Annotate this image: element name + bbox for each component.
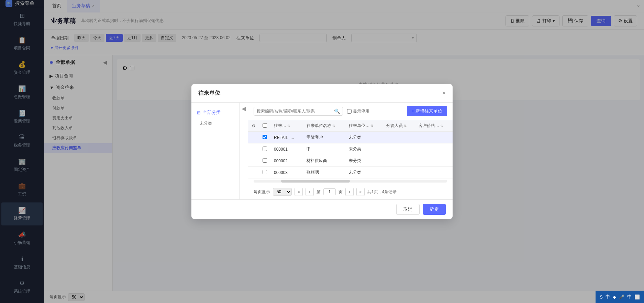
status-icon-zh: 中 [606, 294, 610, 300]
status-icon-s: S [600, 294, 603, 300]
td-name-3: 材料供应商 [303, 155, 345, 167]
dialog-search-input[interactable] [257, 109, 334, 114]
td-settings-3 [248, 155, 259, 167]
dialog-hscrollbar[interactable] [254, 180, 447, 183]
td-name-1: 零散客户 [303, 132, 345, 143]
td-name-4: 张嘶嗯 [303, 167, 345, 178]
td-settings-4 [248, 167, 259, 178]
td-category-4: 未分类 [345, 167, 383, 178]
dialog-overlay[interactable]: 往来单位 × ⊞ 全部分类 未分类 ◀ [0, 0, 644, 303]
td-settings-2 [248, 143, 259, 155]
dialog-title: 往来单位 [198, 90, 220, 97]
th-price-level[interactable]: 客户价格… [415, 120, 453, 132]
dialog-header: 往来单位 × [191, 84, 453, 103]
dialog-all-categories-label: 全部分类 [203, 109, 221, 116]
table-body: RETAIL_… 零散客户 未分类 000001 甲 [248, 132, 453, 178]
td-check-3[interactable] [259, 155, 270, 167]
td-category-1: 未分类 [345, 132, 383, 143]
td-code-2: 000001 [270, 143, 303, 155]
dialog-body: ⊞ 全部分类 未分类 ◀ 🔍 显示停用 [191, 103, 453, 199]
dialog-table: ⚙ 往来… 往来单位名称 往来单位… 分管人员 客户价格… [248, 120, 453, 178]
td-price-level-4 [415, 167, 453, 178]
pagination-last-button[interactable]: » [356, 188, 365, 196]
dialog-hscroll-thumb[interactable] [281, 180, 350, 183]
dialog-left-uncategorized[interactable]: 未分类 [191, 118, 239, 128]
pagination-first-button[interactable]: « [295, 188, 303, 196]
table-header: ⚙ 往来… 往来单位名称 往来单位… 分管人员 客户价格… [248, 120, 453, 132]
show-disabled-label: 显示停用 [353, 108, 369, 114]
th-select-all-checkbox[interactable] [263, 123, 267, 128]
dialog-toolbar: 🔍 显示停用 + 新增往来单位 [248, 103, 453, 120]
dialog-left-all-categories[interactable]: ⊞ 全部分类 [191, 107, 239, 118]
table-row[interactable]: 000001 甲 未分类 [248, 143, 453, 155]
td-manager-1 [383, 132, 415, 143]
th-manager[interactable]: 分管人员 [383, 120, 415, 132]
counterparty-dialog: 往来单位 × ⊞ 全部分类 未分类 ◀ [191, 84, 453, 219]
pagination-next-button[interactable]: › [345, 188, 354, 196]
td-code-1: RETAIL_… [270, 132, 303, 143]
status-icon-input: 中 [627, 294, 632, 300]
td-check-4[interactable] [259, 167, 270, 178]
row-checkbox-1[interactable] [263, 135, 267, 139]
status-icon-diamond: ◆ [613, 294, 616, 300]
td-settings-1 [248, 132, 259, 143]
dialog-left-collapse-button[interactable]: ◀ [240, 103, 248, 199]
confirm-button[interactable]: 确定 [423, 204, 446, 215]
table-row[interactable]: RETAIL_… 零散客户 未分类 [248, 132, 453, 143]
th-code[interactable]: 往来… [270, 120, 303, 132]
add-counterparty-button[interactable]: + 新增往来单位 [407, 106, 447, 116]
show-disabled-checkbox[interactable] [347, 109, 352, 114]
dialog-search-wrapper[interactable]: 🔍 [254, 107, 343, 116]
pagination-page-size-select[interactable]: 50 20 100 [273, 188, 292, 196]
dialog-close-button[interactable]: × [442, 90, 446, 97]
counterparty-table: ⚙ 往来… 往来单位名称 往来单位… 分管人员 客户价格… [248, 120, 453, 178]
td-manager-4 [383, 167, 415, 178]
dialog-all-categories-icon: ⊞ [197, 110, 201, 115]
th-settings[interactable]: ⚙ [248, 120, 259, 132]
td-price-level-1 [415, 132, 453, 143]
td-manager-3 [383, 155, 415, 167]
td-code-4: 000003 [270, 167, 303, 178]
status-icon-box: ⬜ [634, 294, 640, 300]
dialog-left-panel: ⊞ 全部分类 未分类 [191, 103, 240, 199]
row-checkbox-4[interactable] [263, 170, 267, 174]
th-checkbox[interactable] [259, 120, 270, 132]
pagination-page-label: 第 [317, 189, 321, 195]
row-checkbox-3[interactable] [263, 158, 267, 163]
dialog-right-panel: 🔍 显示停用 + 新增往来单位 ⚙ [248, 103, 453, 199]
pagination-page-input[interactable] [323, 188, 336, 195]
td-check-2[interactable] [259, 143, 270, 155]
td-price-level-2 [415, 143, 453, 155]
status-icon-mic: 🎤 [619, 294, 624, 300]
td-name-2: 甲 [303, 143, 345, 155]
pagination-page-size-label: 每页显示 [254, 189, 270, 195]
dialog-search-icon: 🔍 [334, 108, 340, 114]
dialog-pagination: 每页显示 50 20 100 « ‹ 第 页 › » 共1页，4条记录 [248, 184, 453, 199]
th-category[interactable]: 往来单位… [345, 120, 383, 132]
pagination-prev-button[interactable]: ‹ [306, 188, 314, 196]
td-price-level-3 [415, 155, 453, 167]
table-row[interactable]: 000002 材料供应商 未分类 [248, 155, 453, 167]
dialog-collapse-icon: ◀ [242, 105, 246, 112]
bottom-status-bar: S 中 ◆ 🎤 中 ⬜ [596, 291, 644, 303]
pagination-page-suffix: 页 [338, 189, 343, 195]
th-name[interactable]: 往来单位名称 [303, 120, 345, 132]
pagination-total-info: 共1页，4条记录 [367, 189, 397, 195]
cancel-button[interactable]: 取消 [396, 204, 420, 215]
td-manager-2 [383, 143, 415, 155]
table-row[interactable]: 000003 张嘶嗯 未分类 [248, 167, 453, 178]
dialog-footer: 取消 确定 [191, 199, 453, 219]
td-check-1[interactable] [259, 132, 270, 143]
show-disabled-wrapper[interactable]: 显示停用 [347, 108, 369, 114]
td-category-3: 未分类 [345, 155, 383, 167]
row-checkbox-2[interactable] [263, 147, 267, 151]
td-code-3: 000002 [270, 155, 303, 167]
td-category-2: 未分类 [345, 143, 383, 155]
